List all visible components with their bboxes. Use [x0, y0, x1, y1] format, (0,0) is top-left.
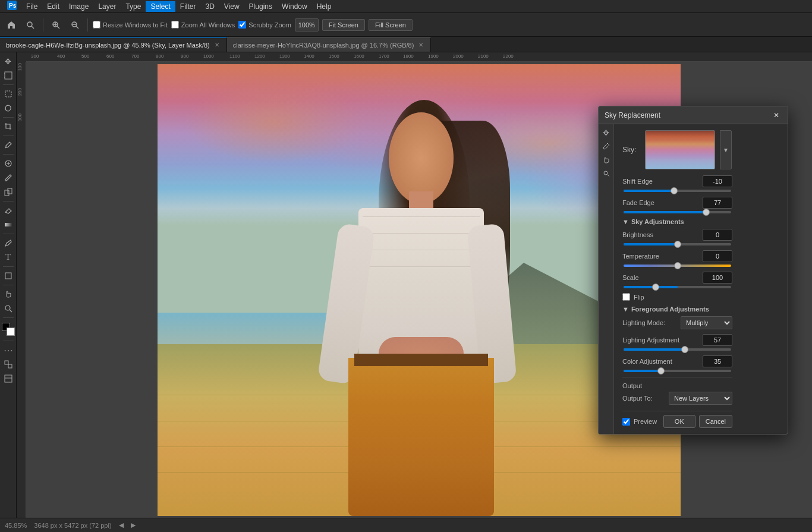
resize-windows-input[interactable] — [93, 21, 100, 29]
view-menu[interactable]: View — [219, 1, 244, 12]
scrubby-zoom-checkbox[interactable]: Scrubby Zoom — [238, 21, 291, 29]
tab-1-close[interactable]: ✕ — [213, 41, 221, 49]
heal-tool[interactable] — [2, 157, 15, 170]
lighting-adjustment-row: Lighting Adjustment 57 — [622, 334, 732, 351]
tool-sep-6 — [3, 234, 14, 234]
3d-menu[interactable]: 3D — [200, 1, 219, 12]
temperature-track[interactable] — [624, 265, 731, 267]
scale-value[interactable]: 100 — [703, 272, 732, 284]
dialog-zoom-icon[interactable] — [600, 168, 612, 180]
brightness-track[interactable] — [624, 243, 731, 245]
eyedropper-tool[interactable] — [2, 138, 15, 152]
brightness-thumb[interactable] — [674, 241, 681, 248]
scrubby-zoom-input[interactable] — [238, 21, 246, 29]
fg-bg-colors[interactable] — [2, 323, 15, 336]
sky-adjustments-header[interactable]: ▼ Sky Adjustments — [622, 218, 732, 225]
filter-menu[interactable]: Filter — [175, 1, 201, 12]
home-icon[interactable] — [4, 17, 19, 33]
foreground-adjustments-header[interactable]: ▼ Foreground Adjustments — [622, 306, 732, 313]
zoom-in-icon[interactable] — [48, 17, 64, 33]
cancel-button[interactable]: Cancel — [699, 415, 732, 428]
dialog-move-icon[interactable]: ✥ — [600, 127, 612, 138]
output-select[interactable]: New Layers Duplicate Layer — [669, 392, 732, 405]
lighting-adjustment-track[interactable] — [624, 348, 731, 351]
temperature-value[interactable]: 0 — [703, 250, 732, 262]
ok-button[interactable]: OK — [663, 415, 695, 428]
plugins-menu[interactable]: Plugins — [244, 1, 277, 12]
eraser-tool[interactable] — [2, 204, 15, 217]
fade-edge-thumb[interactable] — [703, 209, 710, 216]
dialog-tools: ✥ — [599, 124, 614, 434]
flip-checkbox[interactable] — [622, 293, 630, 301]
flip-label[interactable]: Flip — [634, 294, 644, 301]
status-arrow-right[interactable]: ▶ — [131, 521, 136, 529]
zoom-all-windows-checkbox[interactable]: Zoom All Windows — [171, 21, 235, 29]
tab-2-close[interactable]: ✕ — [417, 41, 424, 49]
zoom-tool[interactable] — [2, 302, 15, 315]
image-menu[interactable]: Image — [64, 1, 93, 12]
lighting-adjustment-value[interactable]: 57 — [703, 334, 732, 346]
sky-replacement-dialog: Sky Replacement ✕ ✥ — [598, 106, 788, 435]
shift-edge-value[interactable]: -10 — [703, 175, 732, 187]
zoom-percent-input[interactable] — [295, 18, 319, 32]
color-adjustment-track[interactable] — [624, 370, 731, 372]
svg-rect-25 — [5, 361, 8, 364]
zoom-tool-icon[interactable] — [23, 17, 38, 33]
fill-screen-button[interactable]: Fill Screen — [369, 19, 413, 31]
menubar: Ps File Edit Image Layer Type Select Fil… — [0, 0, 812, 13]
more-tools[interactable]: ⋯ — [2, 344, 15, 357]
type-menu[interactable]: Type — [121, 1, 146, 12]
resize-windows-checkbox[interactable]: Resize Windows to Fit — [93, 21, 168, 29]
marquee-tool[interactable] — [2, 87, 15, 100]
lighting-mode-row: Lighting Mode: Multiply Screen Luminosit… — [622, 316, 732, 329]
sky-thumbnail[interactable] — [645, 130, 715, 169]
fade-edge-track[interactable] — [624, 211, 731, 213]
sky-dropdown-button[interactable]: ▼ — [720, 130, 732, 169]
move-tool[interactable]: ✥ — [2, 55, 15, 68]
tab-2[interactable]: clarisse-meyer-HoYIncR3AQ8-unsplash.jpg … — [227, 37, 432, 52]
file-menu[interactable]: File — [21, 1, 42, 12]
fit-screen-button[interactable]: Fit Screen — [322, 19, 365, 31]
dialog-close-button[interactable]: ✕ — [771, 110, 782, 121]
background-color[interactable] — [7, 328, 15, 336]
preview-label[interactable]: Preview — [634, 418, 657, 425]
shift-edge-track[interactable] — [624, 190, 731, 192]
preview-checkbox[interactable] — [622, 418, 630, 426]
dialog-titlebar[interactable]: Sky Replacement ✕ — [599, 106, 788, 124]
lighting-adjustment-thumb[interactable] — [681, 346, 688, 353]
dialog-brush-icon[interactable] — [600, 140, 612, 152]
crop-tool[interactable] — [2, 120, 15, 133]
temperature-thumb[interactable] — [674, 262, 681, 269]
ps-menu[interactable]: Ps — [2, 0, 21, 13]
gradient-tool[interactable] — [2, 218, 15, 231]
select-menu[interactable]: Select — [146, 1, 175, 12]
edit-menu[interactable]: Edit — [42, 1, 64, 12]
lasso-tool[interactable] — [2, 102, 15, 115]
brightness-value[interactable]: 0 — [703, 229, 732, 241]
status-arrow-left[interactable]: ◀ — [119, 521, 124, 529]
color-adjustment-thumb[interactable] — [657, 367, 665, 374]
pen-tool[interactable] — [2, 237, 15, 250]
zoom-out-icon[interactable] — [67, 17, 83, 33]
scale-track[interactable] — [624, 286, 731, 288]
tab-1[interactable]: brooke-cagle-H6We-IfziBg-unsplash.jpg @ … — [0, 37, 227, 52]
lighting-mode-select[interactable]: Multiply Screen Luminosity — [681, 316, 732, 329]
extra-tools-1[interactable] — [2, 358, 15, 371]
extra-tools-2[interactable] — [2, 372, 15, 385]
hand-tool[interactable] — [2, 288, 15, 301]
layer-menu[interactable]: Layer — [93, 1, 121, 12]
brush-tool[interactable] — [2, 171, 15, 184]
shape-tool[interactable] — [2, 269, 15, 282]
type-tool[interactable]: T — [2, 251, 15, 264]
svg-rect-26 — [8, 364, 12, 368]
clone-tool[interactable] — [2, 185, 15, 199]
scale-thumb[interactable] — [652, 284, 659, 291]
fade-edge-value[interactable]: 77 — [703, 197, 732, 209]
shift-edge-thumb[interactable] — [671, 187, 678, 194]
help-menu[interactable]: Help — [312, 1, 336, 12]
window-menu[interactable]: Window — [277, 1, 312, 12]
color-adjustment-value[interactable]: 35 — [703, 355, 732, 367]
zoom-all-windows-input[interactable] — [171, 21, 179, 29]
dialog-hand-icon[interactable] — [600, 154, 612, 166]
artboard-tool[interactable] — [2, 69, 15, 82]
